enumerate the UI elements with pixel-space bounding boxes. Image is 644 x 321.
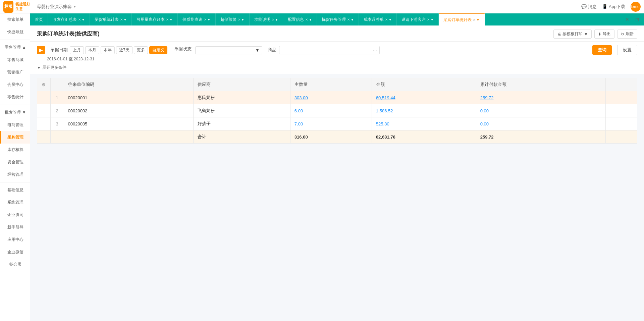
settings-button[interactable]: 设置 <box>617 45 637 55</box>
row-code-cell: 00020002 <box>64 104 193 117</box>
sidebar-item-finance[interactable]: 资金管理 <box>0 156 30 168</box>
shortcut-more[interactable]: 更多 <box>134 46 148 54</box>
sidebar-item-retail-stats[interactable]: 零售统计 <box>0 91 30 103</box>
table-row: 1 00020001 惠氏奶粉 303.00 60,519.44 259.72 <box>37 91 637 104</box>
app-download-label: App下载 <box>609 4 625 10</box>
col-amount: 金额 <box>372 78 476 91</box>
sidebar-item-wholesale[interactable]: 批发管理 ▼ <box>0 106 30 119</box>
footer-supplier-cell: 合计 <box>193 130 290 144</box>
tab-invite-downstream-close-icon[interactable]: ✕ <box>427 18 430 21</box>
tab-invite-downstream[interactable]: 邀请下游客户 ✕ ▼ <box>397 13 439 25</box>
tab-available-stock[interactable]: 可用量库存账本 ✕ ▼ <box>132 13 178 25</box>
row-qty-cell[interactable]: 6.00 <box>290 104 372 117</box>
tab-receive-send-close-icon[interactable]: ✕ <box>78 18 81 21</box>
tab-expiry-query-close-icon[interactable]: ✕ <box>204 18 207 21</box>
sidebar-item-ecom[interactable]: 电商管理 <box>0 119 30 131</box>
filter-toggle-button[interactable]: ▶ <box>37 46 45 54</box>
sidebar-label-basic-info: 基础信息 <box>7 188 23 192</box>
shortcut-this-month[interactable]: 本月 <box>85 46 99 54</box>
close-all-tabs-button[interactable]: ✕ <box>623 15 631 23</box>
tab-cost-adjust-label: 成本调整单 <box>364 17 384 22</box>
print-chevron-icon: ▼ <box>584 32 588 37</box>
tab-bar-actions: ✕ ⊡ <box>621 15 644 23</box>
message-label: 消息 <box>588 4 597 10</box>
export-button[interactable]: ⬇ 导出 <box>594 30 614 39</box>
status-select[interactable]: ▼ <box>195 46 262 54</box>
tab-home-label: 首页 <box>35 17 43 22</box>
sidebar-item-app-center[interactable]: 应用中心 <box>0 233 30 246</box>
table-body: 1 00020001 惠氏奶粉 303.00 60,519.44 259.72 … <box>37 91 637 130</box>
row-amount-cell[interactable]: 525.80 <box>372 117 476 130</box>
tab-order-stats-close-icon[interactable]: ✕ <box>120 18 123 21</box>
sidebar-label-member-center: 会员中心 <box>7 82 23 87</box>
sidebar-item-search[interactable]: 搜索菜单 <box>0 13 30 26</box>
tab-overstock-warning[interactable]: 超储预警 ✕ ▼ <box>216 13 250 25</box>
sidebar-item-basic-info[interactable]: 基础信息 <box>0 184 30 196</box>
sidebar-item-purchase[interactable]: 采购管理 <box>0 131 30 144</box>
sidebar-item-quick-nav[interactable]: 快捷导航 <box>0 26 30 38</box>
tab-func-desc[interactable]: 功能说明 ✕ ▼ <box>250 13 283 25</box>
tab-overstock-warning-close-icon[interactable]: ✕ <box>238 18 240 21</box>
row-amount-cell[interactable]: 1,586.52 <box>372 104 476 117</box>
tab-config-info-close-icon[interactable]: ✕ <box>305 18 308 21</box>
tab-order-stats[interactable]: 要货单统计表 ✕ ▼ <box>90 13 132 25</box>
sidebar-label-enterprise-wx: 企业微信 <box>7 250 23 254</box>
sidebar-item-sys-manage[interactable]: 系统管理 <box>0 196 30 209</box>
message-button[interactable]: 💬 消息 <box>581 4 597 10</box>
tab-cost-adjust-close-icon[interactable]: ✕ <box>385 18 388 21</box>
search-button[interactable]: 查询 <box>592 45 612 55</box>
tab-available-stock-close-icon[interactable]: ✕ <box>166 18 169 21</box>
sidebar-item-member[interactable]: 畅会员 <box>0 258 30 271</box>
refresh-button[interactable]: ↻ 刷新 <box>617 30 637 39</box>
maximize-button[interactable]: ⊡ <box>633 15 641 23</box>
tab-func-desc-close-icon[interactable]: ✕ <box>272 18 274 21</box>
tab-overstock-warning-label: 超储预警 <box>220 17 236 22</box>
refresh-label: 刷新 <box>626 31 634 37</box>
footer-label-cell <box>64 130 193 144</box>
tab-pick-task-close-icon[interactable]: ✕ <box>347 18 350 21</box>
sidebar-item-inventory[interactable]: 库存核算 <box>0 144 30 156</box>
shortcut-custom[interactable]: 自定义 <box>149 46 167 54</box>
shortcut-7days[interactable]: 近7天 <box>116 46 132 54</box>
tab-home[interactable]: 首页 <box>30 13 48 25</box>
footer-empty-cell <box>606 130 637 144</box>
row-paid-cell[interactable]: 259.72 <box>476 91 605 104</box>
user-avatar[interactable]: demo2 <box>631 2 641 12</box>
tab-cost-adjust[interactable]: 成本调整单 ✕ ▼ <box>359 13 397 25</box>
row-paid-cell[interactable]: 0.00 <box>476 104 605 117</box>
row-qty-cell[interactable]: 303.00 <box>290 91 372 104</box>
tab-expiry-query[interactable]: 保质期查询 ✕ ▼ <box>178 13 216 25</box>
goods-input-dots-icon[interactable]: ··· <box>373 48 377 53</box>
table-settings-icon[interactable]: ⚙ <box>42 82 46 87</box>
footer-settings-cell <box>37 130 50 144</box>
row-qty-cell[interactable]: 7.00 <box>290 117 372 130</box>
goods-input[interactable] <box>282 48 373 52</box>
sidebar-item-retail-mall[interactable]: 零售商城 <box>0 54 30 66</box>
expand-more-button[interactable]: ▼ 展开更多条件 <box>37 65 637 70</box>
tab-config-info[interactable]: 配置信息 ✕ ▼ <box>283 13 317 25</box>
tab-pick-task[interactable]: 拣货任务管理 ✕ ▼ <box>317 13 359 25</box>
sidebar-item-enterprise-wx[interactable]: 企业微信 <box>0 246 30 258</box>
row-paid-cell[interactable]: 0.00 <box>476 117 605 130</box>
app-download-button[interactable]: 📱 App下载 <box>602 4 625 10</box>
sidebar-item-operation[interactable]: 经营管理 <box>0 168 30 181</box>
shortcut-last-month[interactable]: 上月 <box>70 46 84 54</box>
sidebar-item-collab[interactable]: 企业协同 <box>0 209 30 221</box>
sidebar-item-retail-manage[interactable]: 零售管理 ▲ <box>0 41 30 54</box>
sidebar-item-marketing[interactable]: 营销推广 <box>0 66 30 78</box>
tab-expiry-query-arrow-icon: ▼ <box>207 18 211 21</box>
print-button[interactable]: 🖨 按模板打印 ▼ <box>553 30 592 39</box>
shortcut-this-year[interactable]: 本年 <box>101 46 115 54</box>
tab-invite-downstream-label: 邀请下游客户 <box>401 17 426 22</box>
row-amount-cell[interactable]: 60,519.44 <box>372 91 476 104</box>
tab-receive-send[interactable]: 收发存汇总表 ✕ ▼ <box>48 13 90 25</box>
tab-purchase-stats-close-icon[interactable]: ✕ <box>473 18 476 22</box>
sidebar-item-member-center[interactable]: 会员中心 <box>0 78 30 91</box>
page-content: 采购订单统计表(按供应商) 🖨 按模板打印 ▼ ⬇ 导出 ↻ <box>30 25 644 321</box>
sidebar-item-new-guide[interactable]: 新手引导 <box>0 221 30 233</box>
tab-purchase-stats[interactable]: 采购订单统计表 ✕ ▼ <box>439 13 485 25</box>
workspace-selector[interactable]: 母婴行业演示账套 ▼ <box>37 4 76 10</box>
download-icon: 📱 <box>602 4 607 9</box>
tab-config-info-arrow-icon: ▼ <box>309 18 312 21</box>
date-range-text: 2016-01-01 至 2023-12-31 <box>47 57 94 61</box>
